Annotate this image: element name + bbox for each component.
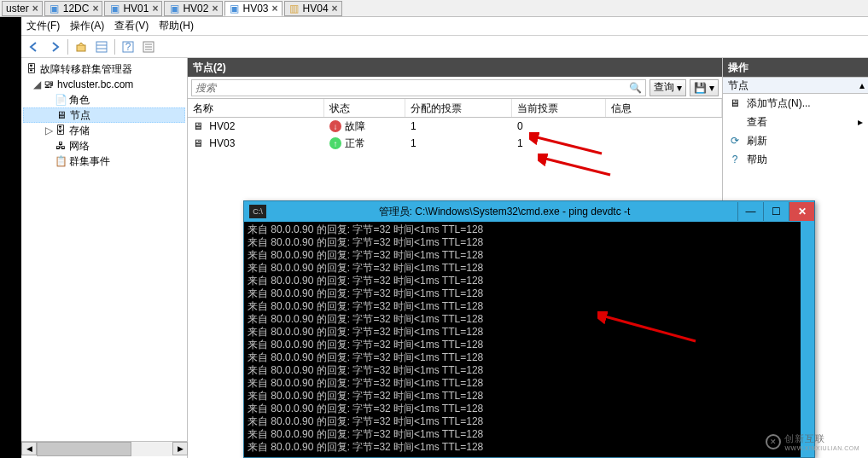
- cmd-title-text: 管理员: C:\Windows\System32\cmd.exe - ping …: [271, 205, 737, 219]
- close-icon[interactable]: ×: [332, 3, 338, 14]
- tree-label: 网络: [69, 139, 90, 154]
- save-dropdown[interactable]: 💾 ▾: [690, 79, 719, 96]
- error-icon: ↓: [329, 120, 341, 132]
- tab-uster[interactable]: uster ×: [2, 1, 43, 16]
- tree-horizontal-scrollbar[interactable]: ◀ ▶: [21, 441, 188, 456]
- separator: [114, 39, 115, 55]
- list-header: 名称 状态 分配的投票 当前投票 信息: [188, 99, 722, 118]
- back-button[interactable]: [25, 38, 44, 56]
- cmd-body[interactable]: 来自 80.0.0.90 的回复: 字节=32 时间<1ms TTL=128 来…: [244, 222, 814, 457]
- cluster-icon: 🖳: [42, 78, 55, 91]
- col-cur[interactable]: 当前投票: [512, 99, 606, 117]
- tree-network[interactable]: 🖧 网络: [23, 138, 185, 154]
- tab-label: HV03: [243, 3, 269, 14]
- action-add-node[interactable]: 🖥 添加节点(N)...: [723, 94, 868, 113]
- close-button[interactable]: ✕: [789, 202, 814, 221]
- tree-cluster[interactable]: ◢ 🖳 hvcluster.bc.com: [23, 77, 185, 92]
- close-icon[interactable]: ×: [272, 3, 278, 14]
- expand-icon[interactable]: ▷: [44, 125, 54, 136]
- tree-role[interactable]: 📄 角色: [23, 92, 185, 107]
- col-info[interactable]: 信息: [606, 99, 722, 117]
- storage-icon: 🗄: [54, 124, 67, 137]
- action-view[interactable]: 查看 ▸: [723, 113, 868, 131]
- col-status[interactable]: 状态: [324, 99, 405, 117]
- close-icon[interactable]: ×: [92, 3, 98, 14]
- tree-panel: 🗄 故障转移群集管理器 ◢ 🖳 hvcluster.bc.com 📄 角色 🖥 …: [21, 58, 188, 458]
- cell-status: ↑正常: [324, 134, 405, 154]
- help-button[interactable]: ?: [119, 38, 137, 56]
- cell-info: [606, 141, 722, 146]
- search-icon[interactable]: 🔍: [629, 82, 642, 94]
- scroll-track[interactable]: [37, 442, 172, 456]
- table-row[interactable]: 🖥 HV03↑正常11: [188, 135, 722, 152]
- col-name[interactable]: 名称: [188, 99, 324, 117]
- tree-label: hvcluster.bc.com: [57, 78, 133, 90]
- tree-root[interactable]: 🗄 故障转移群集管理器: [23, 61, 185, 77]
- tab-12dc[interactable]: ▣ 12DC ×: [44, 1, 103, 16]
- table-row[interactable]: 🖥 HV02↓故障10: [188, 118, 722, 135]
- maximize-button[interactable]: ☐: [763, 202, 789, 221]
- tab-label: HV01: [123, 3, 149, 14]
- chevron-down-icon: ▾: [677, 82, 682, 94]
- scroll-left-icon[interactable]: ◀: [21, 442, 37, 455]
- tab-hv03[interactable]: ▣ HV03 ×: [224, 1, 283, 16]
- tree-label: 故障转移群集管理器: [40, 62, 132, 77]
- action-label: 添加节点(N)...: [747, 96, 811, 111]
- vm-icon: ▥: [288, 3, 300, 14]
- svg-text:?: ?: [125, 41, 131, 53]
- tab-hv04[interactable]: ▥ HV04 ×: [284, 1, 342, 16]
- center-title: 节点(2): [193, 61, 226, 75]
- cmd-icon: C:\: [249, 205, 266, 218]
- close-icon[interactable]: ×: [212, 3, 218, 14]
- tree-label: 角色: [69, 93, 90, 107]
- scroll-right-icon[interactable]: ▶: [172, 442, 188, 455]
- cmd-scrollbar[interactable]: [801, 222, 814, 457]
- tab-hv01[interactable]: ▣ HV01 ×: [104, 1, 162, 16]
- col-alloc[interactable]: 分配的投票: [405, 99, 512, 117]
- query-dropdown[interactable]: 查询 ▾: [650, 79, 686, 96]
- query-label: 查询: [654, 80, 674, 95]
- tree-storage[interactable]: ▷ 🗄 存储: [23, 123, 185, 138]
- scroll-thumb[interactable]: [37, 442, 131, 456]
- search-box[interactable]: 🔍: [191, 79, 646, 96]
- chevron-right-icon: ▸: [858, 116, 863, 128]
- close-icon[interactable]: ×: [32, 3, 38, 14]
- menu-action[interactable]: 操作(A): [70, 19, 104, 33]
- forward-button[interactable]: [45, 38, 64, 56]
- search-input[interactable]: [195, 82, 629, 94]
- cell-alloc: 1: [405, 135, 512, 152]
- cmd-window[interactable]: C:\ 管理员: C:\Windows\System32\cmd.exe - p…: [243, 200, 815, 458]
- server-icon: ▣: [229, 3, 241, 14]
- action-refresh[interactable]: ⟳ 刷新: [723, 131, 868, 150]
- menu-file[interactable]: 文件(F): [26, 19, 60, 33]
- chevron-up-icon[interactable]: ▴: [859, 79, 865, 91]
- server-icon: ▣: [168, 3, 180, 14]
- actions-sub-label: 节点: [728, 78, 749, 93]
- black-strip: [0, 17, 21, 458]
- collapse-icon[interactable]: ◢: [32, 78, 42, 90]
- save-icon: 💾: [694, 82, 707, 94]
- server-icon: ▣: [49, 3, 61, 14]
- tab-hv02[interactable]: ▣ HV02 ×: [164, 1, 222, 16]
- cmd-titlebar[interactable]: C:\ 管理员: C:\Windows\System32\cmd.exe - p…: [244, 201, 814, 222]
- minimize-button[interactable]: —: [737, 202, 763, 221]
- cell-alloc: 1: [405, 118, 512, 135]
- tab-label: uster: [6, 3, 29, 14]
- toolbar: ?: [21, 36, 868, 58]
- help-icon: ?: [728, 154, 742, 165]
- cell-cur: 1: [512, 135, 606, 152]
- close-icon[interactable]: ×: [152, 3, 158, 14]
- search-row: 🔍 查询 ▾ 💾 ▾: [188, 77, 722, 99]
- separator: [67, 39, 68, 55]
- action-help[interactable]: ? 帮助: [723, 150, 868, 169]
- up-button[interactable]: [72, 38, 90, 56]
- tree-node[interactable]: 🖥 节点: [23, 107, 185, 123]
- list-button[interactable]: [139, 38, 158, 56]
- action-label: 查看: [747, 115, 767, 130]
- menu-help[interactable]: 帮助(H): [159, 19, 194, 33]
- tree-events[interactable]: 📋 群集事件: [23, 154, 185, 169]
- ok-icon: ↑: [329, 137, 341, 149]
- menu-view[interactable]: 查看(V): [114, 19, 149, 33]
- grid-button[interactable]: [92, 38, 111, 56]
- node-icon: 🖥: [55, 108, 68, 122]
